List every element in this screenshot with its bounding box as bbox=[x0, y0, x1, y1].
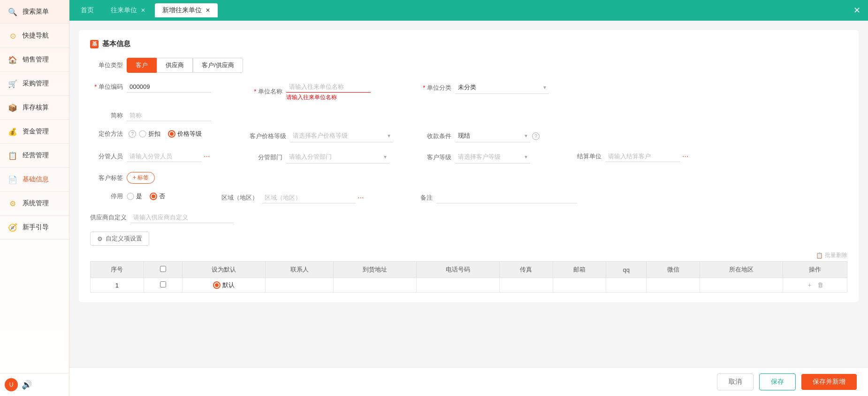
delete-row-icon[interactable]: 🗑 bbox=[817, 281, 823, 288]
tab-partner[interactable]: 往来单位 ✕ bbox=[103, 3, 153, 17]
add-tag-label: + 标签 bbox=[133, 174, 149, 182]
payment-terms-field: 收款条件 现结 ▾ ? bbox=[419, 130, 550, 142]
unit-code-input[interactable] bbox=[127, 81, 211, 93]
supplier-custom-row: 供应商自定义 bbox=[90, 212, 847, 223]
sidebar-label-system: 系统管理 bbox=[23, 199, 49, 208]
tab-new-partner[interactable]: 新增往来单位 ✕ bbox=[155, 3, 218, 17]
default-label: 默认 bbox=[222, 281, 235, 289]
select-all-checkbox[interactable] bbox=[160, 266, 166, 272]
sidebar-label-operations: 经营管理 bbox=[23, 151, 49, 160]
discount-radio-circle bbox=[139, 130, 146, 138]
customer-price-level-arrow: ▾ bbox=[388, 132, 390, 139]
pricing-help-icon[interactable]: ? bbox=[129, 130, 136, 138]
unit-name-field: 单位名称 请输入往来单位名称 bbox=[250, 81, 400, 101]
pricing-row: 定价方法 ? 折扣 价格等级 bbox=[90, 130, 847, 142]
tab-home[interactable]: 首页 bbox=[73, 3, 101, 17]
col-region: 所在地区 bbox=[700, 262, 783, 278]
cell-region bbox=[700, 278, 783, 293]
manager-field: 分管人员 ··· bbox=[90, 151, 231, 162]
avatar: U bbox=[5, 378, 18, 391]
unit-name-input[interactable] bbox=[286, 81, 371, 93]
pricing-radio-discount[interactable]: 折扣 bbox=[139, 130, 160, 138]
operations-icon: 📋 bbox=[8, 150, 18, 161]
sidebar-item-search[interactable]: 🔍 搜索菜单 bbox=[0, 0, 69, 24]
manager-input[interactable] bbox=[127, 151, 202, 162]
customer-level-select[interactable]: 请选择客户等级 ▾ bbox=[455, 151, 530, 163]
sidebar-item-quick-nav[interactable]: ⊙ 快捷导航 bbox=[0, 24, 69, 48]
bulk-delete-area: 📋 批量删除 bbox=[90, 251, 847, 259]
pricing-radio-level[interactable]: 价格等级 bbox=[168, 130, 202, 138]
col-phone: 电话号码 bbox=[416, 262, 499, 278]
disabled-region-row: 停用 是 否 bbox=[90, 192, 847, 203]
region-input[interactable] bbox=[262, 192, 356, 203]
unit-category-select[interactable]: 未分类 ▾ bbox=[455, 81, 549, 94]
add-tag-button[interactable]: + 标签 bbox=[127, 172, 155, 184]
customer-tag-field: 客户标签 + 标签 bbox=[90, 172, 847, 184]
department-select[interactable]: 请输入分管部门 ▾ bbox=[286, 151, 389, 163]
remarks-label: 备注 bbox=[400, 194, 433, 202]
level-radio-dot bbox=[170, 132, 174, 136]
yes-radio-circle bbox=[127, 193, 134, 200]
sidebar-item-operations[interactable]: 📋 经营管理 bbox=[0, 144, 69, 168]
unit-btn-supplier[interactable]: 供应商 bbox=[157, 58, 193, 73]
section-icon: 基 bbox=[90, 40, 99, 48]
disabled-radio-yes[interactable]: 是 bbox=[127, 192, 142, 201]
tab-bar-close-all[interactable]: ✕ bbox=[850, 3, 864, 17]
unit-type-group: 客户 供应商 客户/供应商 bbox=[127, 58, 243, 73]
remarks-field: 备注 bbox=[400, 192, 847, 203]
section-title-text: 基本信息 bbox=[102, 39, 130, 48]
tab-new-partner-close[interactable]: ✕ bbox=[206, 7, 210, 14]
settlement-label: 结算单位 bbox=[569, 152, 602, 161]
supplier-custom-field: 供应商自定义 bbox=[90, 212, 259, 223]
manager-ellipsis[interactable]: ··· bbox=[202, 152, 212, 161]
tab-partner-close[interactable]: ✕ bbox=[141, 7, 145, 14]
settlement-input[interactable] bbox=[605, 151, 680, 162]
pricing-method-label: 定价方法 bbox=[90, 130, 123, 138]
copy-icon: 📋 bbox=[816, 252, 823, 259]
remarks-input[interactable] bbox=[436, 192, 577, 203]
col-contact: 联系人 bbox=[265, 262, 333, 278]
save-button[interactable]: 保存 bbox=[759, 373, 796, 390]
unit-btn-customer[interactable]: 客户 bbox=[127, 58, 157, 73]
sidebar-item-inventory[interactable]: 📦 库存核算 bbox=[0, 96, 69, 120]
department-field: 分管部门 请输入分管部门 ▾ bbox=[250, 151, 400, 163]
cell-fax bbox=[499, 278, 553, 293]
cell-contact bbox=[265, 278, 333, 293]
sidebar-item-newbie[interactable]: 🧭 新手引导 bbox=[0, 216, 69, 240]
default-radio[interactable]: 默认 bbox=[187, 281, 260, 289]
sidebar: 🔍 搜索菜单 ⊙ 快捷导航 🏠 销售管理 🛒 采购管理 📦 库存核算 💰 资金管… bbox=[0, 0, 69, 396]
unit-btn-both[interactable]: 客户/供应商 bbox=[193, 58, 243, 73]
supplier-custom-input[interactable] bbox=[130, 212, 234, 223]
sidebar-label-inventory: 库存核算 bbox=[23, 103, 49, 112]
short-name-field: 简称 bbox=[90, 110, 231, 121]
purchase-icon: 🛒 bbox=[8, 78, 18, 89]
tab-new-partner-label: 新增往来单位 bbox=[162, 6, 202, 15]
supplier-custom-label: 供应商自定义 bbox=[90, 213, 127, 222]
bulk-delete-label[interactable]: 批量删除 bbox=[825, 251, 847, 259]
unit-name-label: 单位名称 bbox=[250, 87, 282, 96]
cancel-button[interactable]: 取消 bbox=[717, 373, 754, 390]
sidebar-label-search: 搜索菜单 bbox=[23, 8, 49, 16]
custom-settings-button[interactable]: ⚙ 自定义项设置 bbox=[90, 232, 149, 246]
no-radio-dot bbox=[152, 194, 155, 198]
disabled-radio-group: 是 否 bbox=[127, 192, 165, 201]
settlement-field: 结算单位 ··· bbox=[569, 151, 691, 162]
sidebar-item-base-info[interactable]: 📄 基础信息 bbox=[0, 168, 69, 192]
sidebar-item-sales[interactable]: 🏠 销售管理 bbox=[0, 48, 69, 72]
payment-terms-select[interactable]: 现结 ▾ bbox=[455, 130, 530, 142]
disabled-radio-no[interactable]: 否 bbox=[150, 192, 165, 201]
customer-tag-label: 客户标签 bbox=[90, 174, 123, 182]
save-add-button[interactable]: 保存并新增 bbox=[801, 374, 857, 390]
row-checkbox[interactable] bbox=[160, 281, 166, 287]
short-name-input[interactable] bbox=[127, 110, 211, 121]
payment-terms-help-icon[interactable]: ? bbox=[532, 132, 540, 140]
sidebar-item-system[interactable]: ⚙ 系统管理 bbox=[0, 192, 69, 216]
settlement-ellipsis[interactable]: ··· bbox=[680, 152, 690, 161]
sidebar-item-finance[interactable]: 💰 资金管理 bbox=[0, 120, 69, 144]
level-label: 价格等级 bbox=[177, 130, 202, 138]
short-name-label: 简称 bbox=[90, 111, 123, 120]
region-ellipsis[interactable]: ··· bbox=[356, 194, 365, 202]
add-row-icon[interactable]: ＋ bbox=[807, 281, 813, 288]
customer-price-level-select[interactable]: 请选择客户价格等级 ▾ bbox=[290, 130, 393, 142]
sidebar-item-purchase[interactable]: 🛒 采购管理 bbox=[0, 72, 69, 96]
